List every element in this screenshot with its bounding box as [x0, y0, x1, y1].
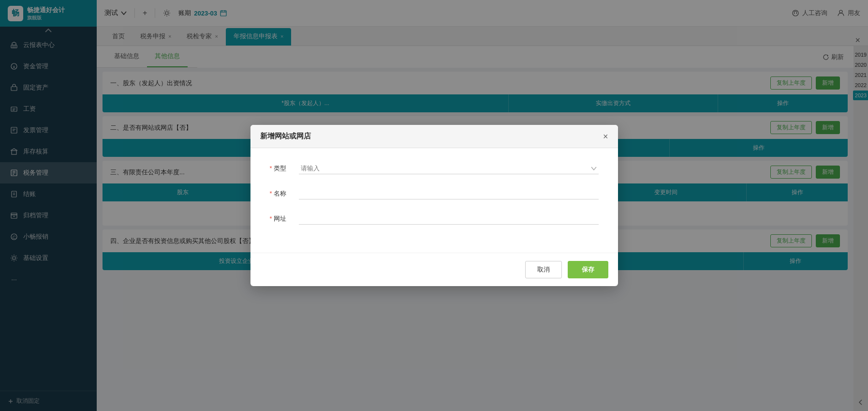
label-name-text: 名称: [274, 190, 286, 197]
required-star-name: *: [270, 190, 272, 197]
form-label-name: * 名称: [270, 189, 299, 198]
save-button[interactable]: 保存: [568, 261, 608, 278]
type-input[interactable]: [299, 163, 599, 174]
dialog-overlay: 新增网站或网店 × * 类型 * 名称: [0, 0, 868, 411]
url-input-wrap: [299, 213, 599, 225]
url-input[interactable]: [299, 213, 599, 224]
form-row-type: * 类型: [270, 163, 599, 174]
dialog-footer: 取消 保存: [250, 253, 618, 286]
label-type-text: 类型: [274, 165, 286, 172]
required-star-type: *: [270, 165, 272, 172]
dialog-header: 新增网站或网店 ×: [250, 125, 618, 148]
dialog-title: 新增网站或网店: [260, 132, 311, 141]
form-row-url: * 网址: [270, 213, 599, 225]
name-input[interactable]: [299, 188, 599, 199]
add-website-dialog: 新增网站或网店 × * 类型 * 名称: [250, 125, 618, 286]
dialog-close-button[interactable]: ×: [603, 132, 608, 141]
dialog-body: * 类型 * 名称 *: [250, 148, 618, 253]
type-input-wrap: [299, 163, 599, 174]
required-star-url: *: [270, 215, 272, 222]
label-url-text: 网址: [274, 215, 286, 222]
form-label-type: * 类型: [270, 164, 299, 173]
type-dropdown-icon: [591, 167, 597, 170]
name-input-wrap: [299, 188, 599, 199]
cancel-button[interactable]: 取消: [525, 261, 562, 278]
form-label-url: * 网址: [270, 214, 299, 223]
form-row-name: * 名称: [270, 188, 599, 199]
